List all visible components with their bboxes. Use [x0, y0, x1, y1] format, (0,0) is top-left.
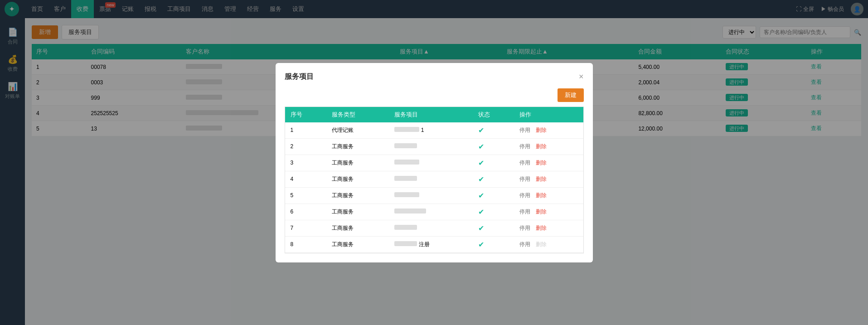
modal-toolbar: 新建 — [285, 88, 584, 102]
modal-table-wrap: 序号 服务类型 服务项目 状态 操作 1 代理记账 1 ✔ 停用 删 — [285, 107, 584, 253]
delete-button[interactable]: 删除 — [536, 241, 547, 247]
stop-button[interactable]: 停用 — [519, 192, 530, 199]
status-check-icon: ✔ — [478, 143, 484, 150]
modal-cell-ops[interactable]: 停用 删除 — [514, 122, 583, 139]
modal-new-button[interactable]: 新建 — [558, 88, 584, 102]
stop-button[interactable]: 停用 — [519, 160, 530, 166]
modal-cell-ops[interactable]: 停用 删除 — [514, 204, 583, 220]
modal-col-status: 状态 — [473, 107, 514, 122]
modal-cell-ops[interactable]: 停用 删除 — [514, 155, 583, 171]
modal-cell-type: 工商服务 — [326, 236, 389, 252]
modal-header: 服务项目 × — [285, 72, 584, 82]
status-check-icon: ✔ — [478, 208, 484, 216]
delete-button[interactable]: 删除 — [536, 225, 547, 231]
modal-cell-status: ✔ — [473, 122, 514, 139]
status-check-icon: ✔ — [478, 159, 484, 167]
modal-cell-item: 1 — [389, 122, 473, 139]
status-check-icon: ✔ — [478, 175, 484, 183]
modal-cell-seq: 2 — [285, 138, 326, 155]
modal-cell-type: 工商服务 — [326, 220, 389, 236]
modal-overlay: 服务项目 × 新建 序号 服务类型 服务项目 状态 — [25, 18, 868, 325]
modal-cell-type: 工商服务 — [326, 138, 389, 155]
modal-cell-type: 代理记账 — [326, 122, 389, 139]
stop-button[interactable]: 停用 — [519, 225, 530, 231]
modal-cell-status: ✔ — [473, 187, 514, 204]
modal-cell-ops[interactable]: 停用 删除 — [514, 171, 583, 187]
list-item: 1 代理记账 1 ✔ 停用 删除 — [285, 122, 583, 139]
modal-col-seq: 序号 — [285, 107, 326, 122]
modal-cell-seq: 7 — [285, 220, 326, 236]
modal-cell-seq: 8 — [285, 236, 326, 252]
modal-cell-ops[interactable]: 停用 删除 — [514, 138, 583, 155]
list-item: 5 工商服务 ✔ 停用 删除 — [285, 187, 583, 204]
modal-close-button[interactable]: × — [579, 72, 584, 82]
modal-cell-status: ✔ — [473, 155, 514, 171]
modal-cell-item — [389, 220, 473, 236]
modal-cell-item — [389, 155, 473, 171]
modal-cell-type: 工商服务 — [326, 187, 389, 204]
modal-cell-seq: 1 — [285, 122, 326, 139]
delete-button[interactable]: 删除 — [536, 176, 547, 182]
stop-button[interactable]: 停用 — [519, 241, 530, 247]
modal-cell-status: ✔ — [473, 236, 514, 252]
status-check-icon: ✔ — [478, 224, 484, 232]
list-item: 3 工商服务 ✔ 停用 删除 — [285, 155, 583, 171]
main-layout: 📄 合同 💰 收费 📊 对账单 新增 服务项目 进行中 全部 已结束 — [0, 18, 868, 325]
service-modal: 服务项目 × 新建 序号 服务类型 服务项目 状态 — [276, 63, 593, 262]
modal-cell-status: ✔ — [473, 171, 514, 187]
modal-cell-ops[interactable]: 停用 删除 — [514, 220, 583, 236]
stop-button[interactable]: 停用 — [519, 127, 530, 133]
modal-cell-seq: 4 — [285, 171, 326, 187]
modal-title: 服务项目 — [285, 72, 314, 82]
modal-cell-item — [389, 138, 473, 155]
modal-cell-status: ✔ — [473, 138, 514, 155]
modal-cell-ops[interactable]: 停用 删除 — [514, 236, 583, 252]
modal-cell-item: 注册 — [389, 236, 473, 252]
modal-cell-seq: 6 — [285, 204, 326, 220]
status-check-icon: ✔ — [478, 192, 484, 199]
modal-cell-item — [389, 187, 473, 204]
stop-button[interactable]: 停用 — [519, 143, 530, 150]
delete-button[interactable]: 删除 — [536, 127, 547, 133]
modal-cell-status: ✔ — [473, 220, 514, 236]
modal-cell-item — [389, 204, 473, 220]
list-item: 7 工商服务 ✔ 停用 删除 — [285, 220, 583, 236]
modal-cell-item — [389, 171, 473, 187]
modal-cell-type: 工商服务 — [326, 204, 389, 220]
modal-col-item: 服务项目 — [389, 107, 473, 122]
modal-cell-type: 工商服务 — [326, 171, 389, 187]
modal-col-ops: 操作 — [514, 107, 583, 122]
list-item: 2 工商服务 ✔ 停用 删除 — [285, 138, 583, 155]
stop-button[interactable]: 停用 — [519, 176, 530, 182]
delete-button[interactable]: 删除 — [536, 143, 547, 150]
modal-cell-seq: 3 — [285, 155, 326, 171]
list-item: 8 工商服务 注册 ✔ 停用 删除 — [285, 236, 583, 252]
status-check-icon: ✔ — [478, 241, 484, 248]
modal-cell-status: ✔ — [473, 204, 514, 220]
list-item: 4 工商服务 ✔ 停用 删除 — [285, 171, 583, 187]
stop-button[interactable]: 停用 — [519, 209, 530, 215]
content-area: 新增 服务项目 进行中 全部 已结束 🔍 序号 合同编码 — [25, 18, 868, 325]
delete-button[interactable]: 删除 — [536, 192, 547, 199]
modal-cell-type: 工商服务 — [326, 155, 389, 171]
status-check-icon: ✔ — [478, 126, 484, 134]
delete-button[interactable]: 删除 — [536, 209, 547, 215]
modal-cell-seq: 5 — [285, 187, 326, 204]
modal-col-type: 服务类型 — [326, 107, 389, 122]
modal-cell-ops[interactable]: 停用 删除 — [514, 187, 583, 204]
list-item: 6 工商服务 ✔ 停用 删除 — [285, 204, 583, 220]
delete-button[interactable]: 删除 — [536, 160, 547, 166]
service-items-table: 序号 服务类型 服务项目 状态 操作 1 代理记账 1 ✔ 停用 删 — [285, 107, 583, 253]
